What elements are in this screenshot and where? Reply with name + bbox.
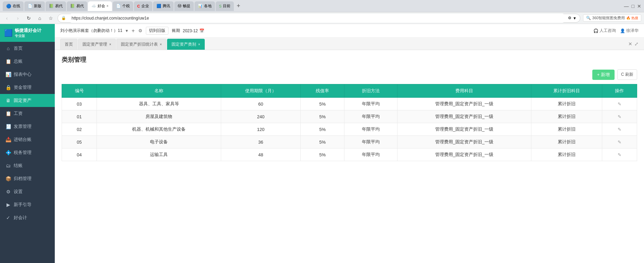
edit-button-0[interactable]: ✎ bbox=[618, 101, 621, 107]
sidebar-item-invoice[interactable]: 🧾 发票管理 bbox=[0, 120, 55, 133]
minimize-button[interactable]: — bbox=[624, 3, 629, 9]
browser-tab-changte[interactable]: Ⓜ 畅提 bbox=[174, 1, 194, 11]
guide-icon: ▶ bbox=[5, 202, 11, 207]
fixed-assets-icon: 🖥 bbox=[5, 98, 11, 103]
browser-tab-yidai2[interactable]: 📗 易代 bbox=[67, 1, 87, 11]
home-button[interactable]: ⌂ bbox=[36, 14, 44, 22]
cell-residual-0: 5% bbox=[301, 98, 344, 110]
cell-code-1[interactable]: 01 bbox=[62, 110, 97, 123]
reload-button[interactable]: ↻ bbox=[25, 14, 33, 22]
maximize-button[interactable]: □ bbox=[632, 3, 634, 9]
sidebar-item-archive[interactable]: 📦 归档管理 bbox=[0, 172, 55, 185]
sidebar-item-funds[interactable]: 🔒 资金管理 bbox=[0, 81, 55, 94]
cell-accumulated-4: 累计折旧 bbox=[531, 148, 602, 161]
close-window-button[interactable]: ✕ bbox=[637, 3, 641, 9]
forward-button[interactable]: › bbox=[14, 14, 22, 22]
settings-icon: ⚙ bbox=[5, 189, 11, 194]
browser-tab-yidai1[interactable]: 📗 易代 bbox=[46, 1, 66, 11]
purchase-sale-icon: 📥 bbox=[5, 137, 11, 142]
cell-residual-1: 5% bbox=[301, 110, 344, 123]
url-input[interactable] bbox=[67, 14, 567, 23]
browser-tab-bar: 🔵 在线 📄 新版 📗 易代 📗 易代 ☁️ 好会 × 📄 个税 C 企业 bbox=[0, 0, 644, 12]
browser-tabs: 🔵 在线 📄 新版 📗 易代 📗 易代 ☁️ 好会 × 📄 个税 C 企业 bbox=[3, 1, 622, 11]
headset-icon: 🎧 bbox=[593, 28, 598, 33]
tab-fullscreen-icon[interactable]: ⤢ bbox=[634, 41, 639, 47]
add-company-button[interactable]: + bbox=[131, 28, 135, 34]
tab-close-category[interactable]: × bbox=[198, 43, 200, 46]
tab-expand-icon[interactable]: ✕ bbox=[628, 41, 632, 47]
col-header-code: 编号 bbox=[62, 84, 97, 98]
browser-tab-zaixin[interactable]: 🔵 在线 bbox=[3, 1, 24, 11]
close-icon: 🗂 bbox=[5, 163, 11, 168]
cell-method-4: 年限平均 bbox=[344, 148, 397, 161]
browser-tab-qiye[interactable]: C 企业 bbox=[134, 1, 152, 11]
edit-button-4[interactable]: ✎ bbox=[618, 152, 621, 157]
top-bar-right: 🎧 人工咨询 👤 徐泽华 bbox=[593, 28, 639, 34]
col-header-method: 折旧方法 bbox=[344, 84, 397, 98]
bookmark-button[interactable]: ☆ bbox=[47, 14, 55, 22]
sidebar-item-purchase-sale[interactable]: 📥 进销台账 bbox=[0, 133, 55, 146]
sidebar-item-tax[interactable]: 💠 税务管理 bbox=[0, 146, 55, 159]
sidebar-item-ledger[interactable]: 📋 总账 bbox=[0, 55, 55, 68]
browser-tab-gedi[interactable]: 📊 各地 bbox=[194, 1, 215, 11]
cell-period-1: 240 bbox=[221, 110, 300, 123]
tab-fixed-assets-mgmt[interactable]: 固定资产管理 × bbox=[78, 39, 116, 50]
sidebar-item-salary[interactable]: 📋 工资 bbox=[0, 107, 55, 120]
dropdown-icon[interactable]: ▾ bbox=[126, 28, 128, 33]
table-body: 03 器具、工具、家具等 60 5% 年限平均 管理费用_固定资产折旧_一级 累… bbox=[62, 98, 637, 161]
add-button[interactable]: + 新增 bbox=[592, 70, 615, 80]
cell-residual-3: 5% bbox=[301, 136, 344, 148]
cell-accumulated-3: 累计折旧 bbox=[531, 136, 602, 148]
sidebar-item-fixed-assets[interactable]: 🖥 固定资产 bbox=[0, 94, 55, 107]
edit-button-2[interactable]: ✎ bbox=[618, 127, 621, 132]
sidebar-item-reports[interactable]: 📊 报表中心 bbox=[0, 68, 55, 81]
sidebar-item-settings[interactable]: ⚙ 设置 bbox=[0, 185, 55, 198]
browser-tab-xinban[interactable]: 📄 新版 bbox=[24, 1, 45, 11]
cell-action-0: ✎ bbox=[602, 98, 637, 110]
user-avatar[interactable]: 👤 徐泽华 bbox=[620, 28, 639, 34]
cell-method-2: 年限平均 bbox=[344, 123, 397, 136]
expand-icon[interactable]: ▼ bbox=[573, 16, 577, 20]
browser-tab-muqian[interactable]: S 目前 bbox=[216, 1, 234, 11]
browser-tab-tengxun[interactable]: 🟦 腾讯 bbox=[153, 1, 174, 11]
cell-code-4[interactable]: 04 bbox=[62, 148, 97, 161]
switch-version-button[interactable]: 切到旧版 bbox=[146, 27, 168, 35]
add-tab-button[interactable]: + bbox=[235, 2, 242, 10]
settings-icon-topbar[interactable]: ⚙ bbox=[138, 28, 142, 33]
cell-code-2[interactable]: 02 bbox=[62, 123, 97, 136]
logo-icon: 🟦 bbox=[4, 29, 13, 37]
table-header: 编号 名称 使用期限（月） 残值率 折旧方法 费用科目 累计折旧科目 操作 bbox=[62, 84, 637, 98]
tab-close-depreciation-stats[interactable]: × bbox=[160, 43, 162, 46]
browser-tab-close[interactable]: × bbox=[106, 4, 109, 8]
page-title: 类别管理 bbox=[62, 56, 637, 64]
browser-tab-active[interactable]: ☁️ 好会 × bbox=[88, 1, 112, 11]
edit-button-1[interactable]: ✎ bbox=[618, 114, 621, 119]
tax-icon: 💠 bbox=[5, 150, 11, 155]
cell-method-3: 年限平均 bbox=[344, 136, 397, 148]
sidebar-item-home[interactable]: ⌂ 首页 bbox=[0, 42, 55, 55]
sidebar-item-guide[interactable]: ▶ 新手引导 bbox=[0, 198, 55, 211]
cell-code-0[interactable]: 03 bbox=[62, 98, 97, 110]
tab-depreciation-stats[interactable]: 固定资产折旧统计表 × bbox=[116, 39, 166, 50]
calendar-icon[interactable]: 📅 bbox=[199, 28, 204, 33]
hot-search-badge: 🔥 热搜 bbox=[626, 16, 638, 21]
toolbar: + 新增 C 刷新 bbox=[62, 69, 637, 80]
tab-home[interactable]: 首页 bbox=[60, 39, 77, 50]
edit-button-3[interactable]: ✎ bbox=[618, 140, 621, 145]
cell-accumulated-1: 累计折旧 bbox=[531, 110, 602, 123]
tab-close-fixed-assets-mgmt[interactable]: × bbox=[109, 43, 111, 46]
ai-consult-button[interactable]: 🎧 人工咨询 bbox=[593, 28, 616, 34]
site-info-icon[interactable]: ⚙ bbox=[568, 16, 571, 20]
refresh-button[interactable]: C 刷新 bbox=[617, 69, 637, 80]
category-table: 编号 名称 使用期限（月） 残值率 折旧方法 费用科目 累计折旧科目 操作 03… bbox=[62, 84, 637, 161]
table-row: 03 器具、工具、家具等 60 5% 年限平均 管理费用_固定资产折旧_一级 累… bbox=[62, 98, 637, 110]
browser-tab-geshui[interactable]: 📄 个税 bbox=[113, 1, 133, 11]
sidebar-item-kuaiji[interactable]: ✓ 好会计 bbox=[0, 211, 55, 224]
archive-icon: 📦 bbox=[5, 176, 11, 181]
avatar-icon: 👤 bbox=[620, 28, 625, 33]
tab-fixed-assets-category[interactable]: 固定资产类别 × bbox=[167, 39, 205, 50]
sidebar-item-close[interactable]: 🗂 结账 bbox=[0, 159, 55, 172]
back-button[interactable]: ‹ bbox=[3, 14, 11, 22]
cell-code-3[interactable]: 05 bbox=[62, 136, 97, 148]
cell-expense-4: 管理费用_固定资产折旧_一级 bbox=[397, 148, 531, 161]
